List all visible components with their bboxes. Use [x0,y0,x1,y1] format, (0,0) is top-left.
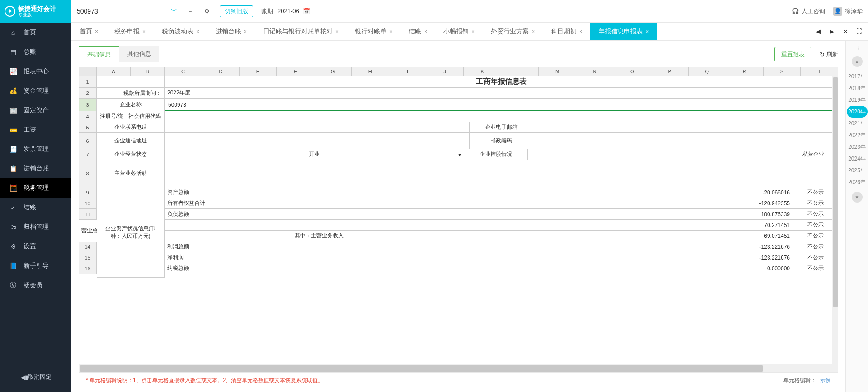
year-panel-collapse[interactable]: 〈 [854,44,860,52]
row-number[interactable]: 1 [79,76,97,87]
tab-0[interactable]: 首页× [71,23,106,40]
tab-close-icon[interactable]: × [532,28,535,35]
year-item[interactable]: 2023年 [847,141,868,153]
calendar-icon[interactable]: 📅 [303,8,310,14]
year-item[interactable]: 2024年 [847,153,868,165]
disclosure-select[interactable]: 不公示 [793,241,838,252]
row-number[interactable]: 5 [79,122,97,132]
cell-value[interactable] [165,160,838,187]
sidebar-item-5[interactable]: 💳工资 [0,120,71,139]
disclosure-select[interactable]: 不公示 [793,220,838,230]
row-number[interactable]: 6 [79,133,97,149]
col-header-f[interactable]: F [277,67,314,76]
year-item[interactable]: 2021年 [847,118,868,129]
tab-close-icon[interactable]: × [579,28,582,35]
year-item[interactable]: 2022年 [847,129,868,141]
cell-value[interactable]: 100.876339 [241,209,793,219]
tab-close-icon[interactable]: × [424,28,427,35]
sidebar-item-7[interactable]: 📋进销台账 [0,159,71,178]
cell-value[interactable] [165,122,470,132]
year-item[interactable]: 2019年 [847,94,868,106]
col-header-c[interactable]: C [165,67,202,76]
col-header-i[interactable]: I [389,67,427,76]
company-name-cell[interactable]: 500973 [165,99,838,111]
row-number[interactable]: 4 [79,111,97,122]
tab-8[interactable]: 外贸行业方案× [483,23,543,40]
col-header-t[interactable]: T [801,67,838,76]
disclosure-select[interactable]: 不公示 [793,231,838,241]
tab-9[interactable]: 科目期初× [543,23,590,40]
col-header-m[interactable]: M [539,67,576,76]
disclosure-select[interactable]: 不公示 [793,198,838,208]
col-header-p[interactable]: P [651,67,689,76]
year-item[interactable]: 2026年 [847,176,868,188]
refresh-button[interactable]: ↻ 刷新 [820,50,838,58]
holding-select[interactable]: 私营企业 [528,149,838,160]
cell-value[interactable] [533,133,838,149]
company-selector[interactable]: 500973 ﹀ [77,7,181,15]
tab-10[interactable]: 年报信息申报表× [590,23,657,40]
year-item[interactable]: 2020年 [847,106,868,118]
row-number[interactable]: 16 [79,263,97,274]
select-all-corner[interactable] [79,67,97,76]
cell-value[interactable]: -20.066016 [241,187,793,198]
sidebar-item-9[interactable]: ✓结账 [0,198,71,217]
consult-button[interactable]: 🎧 人工咨询 [792,7,825,15]
disclosure-select[interactable]: 不公示 [793,209,838,219]
row-number[interactable]: 15 [79,252,97,263]
sub-tab-0[interactable]: 基础信息 [79,46,119,62]
sidebar-item-4[interactable]: 🏢固定资产 [0,100,71,120]
sidebar-item-6[interactable]: 🧾发票管理 [0,139,71,159]
col-header-j[interactable]: J [426,67,464,76]
col-header-q[interactable]: Q [689,67,726,76]
tab-5[interactable]: 银行对账单× [347,23,401,40]
col-header-b[interactable]: B [131,67,165,76]
col-header-a[interactable]: A [97,67,131,76]
cell-value[interactable] [165,111,838,122]
year-item[interactable]: 2017年 [847,71,868,82]
sidebar-item-3[interactable]: 💰资金管理 [0,81,71,100]
sidebar-item-12[interactable]: 📘新手引导 [0,256,71,275]
col-header-h[interactable]: H [352,67,389,76]
sidebar-item-10[interactable]: 🗂归档管理 [0,217,71,236]
row-number[interactable]: 10 [79,198,97,208]
tab-close-icon[interactable]: × [472,28,475,35]
row-number[interactable]: 14 [79,241,97,252]
tab-close-icon[interactable]: × [142,28,146,35]
example-link[interactable]: 示例 [820,377,831,383]
col-header-n[interactable]: N [576,67,614,76]
tab-4[interactable]: 日记账与银行对账单核对× [255,23,347,40]
tab-close-icon[interactable]: × [335,28,339,35]
vertical-scrollbar[interactable] [832,76,838,364]
sub-tab-1[interactable]: 其他信息 [119,46,159,62]
tab-close-icon[interactable]: × [389,28,392,35]
year-prev-button[interactable]: ▲ [852,56,863,67]
row-number[interactable]: 2 [79,88,97,98]
cell-value[interactable]: 70.271451 [241,220,793,230]
sidebar-item-0[interactable]: ⌂首页 [0,23,71,42]
cell-value[interactable]: -123.221676 [241,241,793,252]
cell-value[interactable] [165,133,470,149]
tab-2[interactable]: 税负波动表× [154,23,208,40]
col-header-l[interactable]: L [501,67,539,76]
year-next-button[interactable]: ▼ [852,192,863,203]
tab-close-icon[interactable]: × [196,28,199,35]
old-version-button[interactable]: 切到旧版 [220,5,253,17]
unpin-button[interactable]: ◀▮ 取消固定 [0,369,71,385]
col-header-o[interactable]: O [613,67,651,76]
col-header-g[interactable]: G [314,67,352,76]
cell-value[interactable]: -123.221676 [241,252,793,263]
year-item[interactable]: 2025年 [847,165,868,176]
col-header-r[interactable]: R [726,67,764,76]
user-menu[interactable]: 👤 徐泽华 [833,7,863,16]
horizontal-scrollbar[interactable] [79,364,838,372]
cell-value[interactable]: 2022年度 [165,88,838,98]
year-item[interactable]: 2018年 [847,82,868,94]
row-number[interactable]: 7 [79,149,97,160]
tab-1[interactable]: 税务申报× [106,23,154,40]
tabs-next-button[interactable]: ▶ [826,26,837,37]
sidebar-item-1[interactable]: ▤总账 [0,42,71,61]
col-header-d[interactable]: D [202,67,240,76]
tab-6[interactable]: 结账× [401,23,435,40]
cell-value[interactable]: 0.000000 [241,263,793,274]
